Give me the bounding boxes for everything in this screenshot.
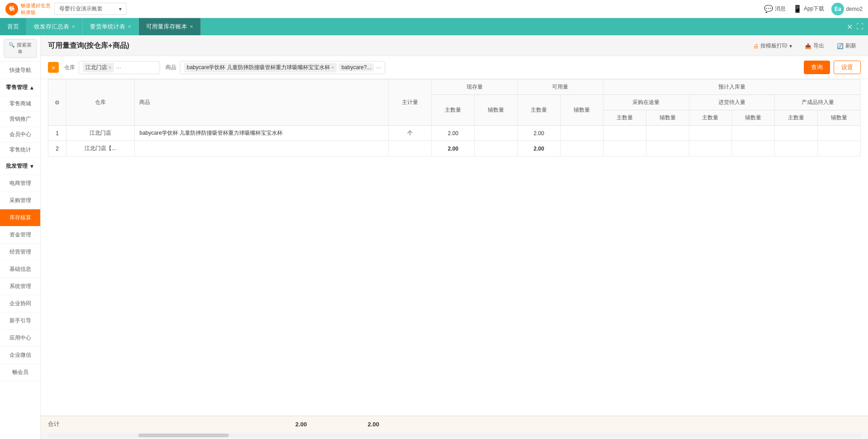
settings-icon[interactable]: ⚙ xyxy=(55,99,60,106)
user-area[interactable]: Ea demo2 xyxy=(831,3,863,15)
expand-icon: ▲ xyxy=(29,85,35,91)
sidebar-item-system[interactable]: 系统管理 xyxy=(0,278,40,295)
row-2-warehouse: 江北门店【... xyxy=(66,141,135,156)
tab-order-close[interactable]: × xyxy=(128,24,131,30)
message-icon: 💬 xyxy=(764,5,773,13)
avatar: Ea xyxy=(831,3,844,15)
row-1-unit: 个 xyxy=(389,126,432,141)
row-2-purchase-sub xyxy=(646,141,689,156)
horizontal-scrollbar[interactable] xyxy=(48,434,861,437)
content-area: 可用量查询(按仓库+商品) 🖨 按模板打印 ▾ 📤 导出 🔄 刷新 xyxy=(41,35,868,439)
print-dropdown-icon: ▾ xyxy=(789,43,792,49)
sidebar-item-operations[interactable]: 经营管理 xyxy=(0,244,40,261)
row-1-avail-main: 2.00 xyxy=(518,126,561,141)
row-2-stock-main: 2.00 xyxy=(432,141,475,156)
tab-inventory-book[interactable]: 可用量库存账本 × xyxy=(139,18,201,35)
sidebar-item-enterprise[interactable]: 企业协同 xyxy=(0,295,40,312)
goods-label: 商品 xyxy=(165,64,176,71)
message-btn[interactable]: 💬 消息 xyxy=(764,5,786,13)
row-1-index: 1 xyxy=(48,126,66,141)
sidebar-item-retail-stats[interactable]: 零售统计 xyxy=(0,142,40,158)
sidebar-item-apps[interactable]: 应用中心 xyxy=(0,330,40,347)
retail-manage-label: 零售管理 xyxy=(6,84,28,91)
industry-selector[interactable]: 母婴行业演示账套 ▾ xyxy=(54,3,127,15)
sidebar-item-member2[interactable]: 畅会员 xyxy=(0,364,40,381)
warehouse-tag-remove[interactable]: × xyxy=(108,65,111,70)
industry-name: 母婴行业演示账套 xyxy=(59,5,103,13)
warehouse-input[interactable]: 江北门店 × ··· xyxy=(79,61,160,74)
sidebar-item-wechat[interactable]: 企业微信 xyxy=(0,347,40,364)
logo-text: 畅捷通好生意 标准版 xyxy=(21,2,51,15)
table-settings-col[interactable]: ⚙ xyxy=(48,80,66,126)
search-btn[interactable]: 查询 xyxy=(804,61,830,74)
table-row: 1 江北门店 babycare学饮杯 儿童防摔防撞吸管杯重力球吸嘴杯宝宝水杯 个… xyxy=(48,126,861,141)
tab-inventory-close[interactable]: × xyxy=(190,24,193,30)
sidebar-item-ecommerce[interactable]: 电商管理 xyxy=(0,175,40,192)
warehouse-label: 仓库 xyxy=(64,64,75,71)
filter-toggle-btn[interactable]: » xyxy=(48,62,59,73)
printer-icon: 🖨 xyxy=(753,43,759,49)
col-forecast-group: 预计入库量 xyxy=(603,80,860,95)
col-avail-main: 主数量 xyxy=(518,95,561,126)
row-1-stock-sub xyxy=(475,126,518,141)
filter-actions: 查询 设置 xyxy=(804,61,861,74)
scrollbar-thumb[interactable] xyxy=(138,434,229,437)
sidebar-item-retail-manage[interactable]: 零售管理 ▲ xyxy=(0,79,40,96)
sidebar-item-marketing[interactable]: 营销推广 xyxy=(0,112,40,127)
row-2-avail-sub xyxy=(560,141,603,156)
col-stock-main: 主数量 xyxy=(432,95,475,126)
col-purchase-group: 采购在途量 xyxy=(603,95,689,110)
search-menu-btn[interactable]: 🔍 搜索菜单 xyxy=(4,39,37,58)
goods-tag1-remove[interactable]: × xyxy=(331,65,334,70)
tab-collection-summary[interactable]: 收发存汇总表 × xyxy=(27,18,83,35)
maximize-window-icon[interactable]: ⛶ xyxy=(856,23,863,31)
row-2-index: 2 xyxy=(48,141,66,156)
row-1-stock-main: 2.00 xyxy=(432,126,475,141)
warehouse-more-icon[interactable]: ··· xyxy=(116,64,121,71)
col-purchase-main: 主数量 xyxy=(603,110,646,126)
export-btn[interactable]: 📤 导出 xyxy=(800,40,829,52)
tab-home[interactable]: 首页 xyxy=(0,18,27,35)
col-avail-group: 可用量 xyxy=(518,80,604,95)
close-window-icon[interactable]: ✕ xyxy=(847,23,853,31)
row-2-unit xyxy=(389,141,432,156)
sidebar-item-retail-mall[interactable]: 零售商城 xyxy=(0,96,40,112)
col-inbound-sub: 辅数量 xyxy=(732,110,775,126)
page-actions: 🖨 按模板打印 ▾ 📤 导出 🔄 刷新 xyxy=(749,40,861,52)
row-1-warehouse: 江北门店 xyxy=(66,126,135,141)
tab-collection-label: 收发存汇总表 xyxy=(34,23,69,31)
row-1-produced-sub xyxy=(818,126,861,141)
row-1-inbound-sub xyxy=(732,126,775,141)
goods-more-icon[interactable]: ··· xyxy=(376,64,381,71)
row-1-purchase-sub xyxy=(646,126,689,141)
header-left: 畅 畅捷通好生意 标准版 母婴行业演示账套 ▾ xyxy=(5,2,127,15)
table-footer: 合计 2.00 2.00 xyxy=(41,415,868,432)
refresh-icon: 🔄 xyxy=(837,43,844,49)
sidebar-item-finance[interactable]: 资金管理 xyxy=(0,227,40,244)
sidebar-item-purchase[interactable]: 采购管理 xyxy=(0,192,40,209)
col-unit: 主计量 xyxy=(389,80,432,126)
sidebar-item-member[interactable]: 会员中心 xyxy=(0,127,40,142)
sidebar-item-basics[interactable]: 基础信息 xyxy=(0,261,40,278)
settings-btn[interactable]: 设置 xyxy=(834,61,861,74)
sidebar-item-wholesale[interactable]: 批发管理 ▼ xyxy=(0,158,40,175)
search-icon: 🔍 xyxy=(9,42,15,47)
tab-collection-close[interactable]: × xyxy=(72,24,75,30)
row-2-goods xyxy=(135,141,389,156)
row-1-inbound-main xyxy=(689,126,732,141)
refresh-btn[interactable]: 🔄 刷新 xyxy=(832,40,861,52)
download-icon: 📱 xyxy=(793,5,802,13)
tab-order-stats[interactable]: 要货单统计表 × xyxy=(83,18,139,35)
tab-order-label: 要货单统计表 xyxy=(90,23,125,31)
goods-input[interactable]: babycare学饮杯 儿童防摔防撞吸管杯重力球吸嘴杯宝宝水杯 × babyca… xyxy=(180,61,385,74)
col-avail-sub: 辅数量 xyxy=(560,95,603,126)
col-produced-sub: 辅数量 xyxy=(818,110,861,126)
table-row: 2 江北门店【... 2.00 2.00 xyxy=(48,141,861,156)
print-btn[interactable]: 🖨 按模板打印 ▾ xyxy=(749,40,797,52)
top-header: 畅 畅捷通好生意 标准版 母婴行业演示账套 ▾ 💬 消息 📱 App下载 Ea … xyxy=(0,0,868,18)
row-2-purchase-main xyxy=(603,141,646,156)
sidebar-item-guide[interactable]: 新手引导 xyxy=(0,312,40,330)
sidebar-item-inventory[interactable]: 库存核算 xyxy=(0,209,40,227)
data-table: ⚙ 仓库 商品 主计量 现存量 可用量 预计入库量 主数量 辅数量 主数量 辅数… xyxy=(48,79,861,156)
app-download-btn[interactable]: 📱 App下载 xyxy=(793,5,824,13)
